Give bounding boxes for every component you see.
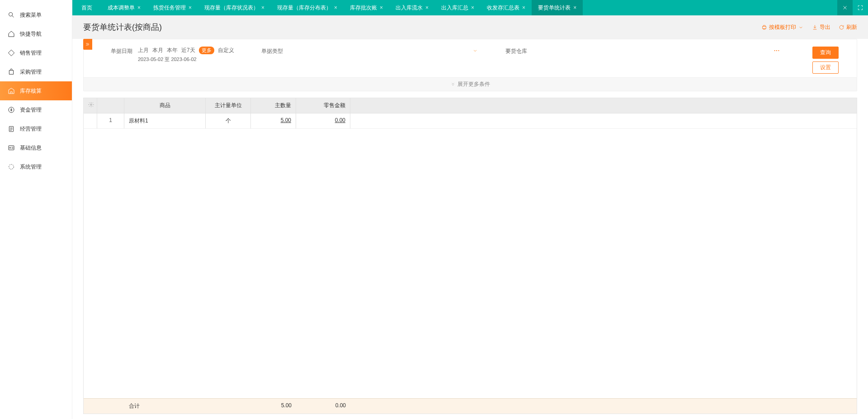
expand-filters-button[interactable]: 展开更多条件 bbox=[84, 77, 857, 91]
tab-label: 出入库流水 bbox=[396, 4, 423, 12]
sidebar-item-inventory[interactable]: 库存核算 bbox=[0, 81, 72, 100]
tab-label: 收发存汇总表 bbox=[487, 4, 519, 12]
tab-label: 出入库汇总 bbox=[441, 4, 468, 12]
cell-qty[interactable]: 5.00 bbox=[251, 113, 296, 128]
chevron-down-icon bbox=[798, 24, 804, 30]
page-header: 要货单统计表(按商品) 按模板打印 导出 刷新 bbox=[72, 15, 868, 39]
table-settings-icon[interactable] bbox=[88, 103, 94, 109]
card-icon bbox=[7, 144, 15, 152]
sidebar-item-label: 快捷导航 bbox=[20, 30, 42, 38]
tab-close-button[interactable] bbox=[837, 0, 853, 15]
sidebar-item-label: 销售管理 bbox=[20, 49, 42, 57]
th-amount[interactable]: 零售金额 bbox=[296, 98, 350, 113]
fullscreen-button[interactable] bbox=[853, 0, 868, 15]
table-row: 1 原材料1 个 5.00 0.00 bbox=[84, 113, 857, 129]
close-icon[interactable]: × bbox=[573, 5, 576, 11]
date-more-badge[interactable]: 更多 bbox=[199, 47, 214, 54]
tab-cost-adjust[interactable]: 成本调整单× bbox=[101, 0, 147, 15]
filter-date: 单据日期 上月 本月 本年 近7天 更多 自定义 2023-05-02 至 20… bbox=[111, 47, 234, 63]
cell-index: 1 bbox=[97, 113, 124, 128]
tab-label: 首页 bbox=[81, 4, 92, 12]
sidebar-item-sales[interactable]: 销售管理 bbox=[0, 43, 72, 62]
sidebar: 搜索菜单 快捷导航 销售管理 采购管理 库存核算 资金管理 经营管理 基础信息 bbox=[0, 0, 72, 419]
tab-stock-status[interactable]: 现存量（库存状况表）× bbox=[198, 0, 271, 15]
date-opt-custom[interactable]: 自定义 bbox=[218, 47, 234, 54]
close-icon[interactable]: × bbox=[137, 5, 141, 11]
tab-label: 现存量（库存状况表） bbox=[204, 4, 259, 12]
tab-home[interactable]: 首页 bbox=[72, 0, 101, 15]
close-icon[interactable]: × bbox=[261, 5, 264, 11]
close-icon[interactable]: × bbox=[425, 5, 429, 11]
th-product[interactable]: 商品 bbox=[124, 98, 206, 113]
tab-inout-flow[interactable]: 出入库流水× bbox=[389, 0, 435, 15]
sidebar-item-system[interactable]: 系统管理 bbox=[0, 157, 72, 176]
warehouse-icon bbox=[7, 87, 15, 95]
cell-product: 原材料1 bbox=[124, 113, 206, 128]
footer-label: 合计 bbox=[124, 399, 206, 414]
sidebar-item-purchase[interactable]: 采购管理 bbox=[0, 62, 72, 81]
close-icon[interactable]: × bbox=[189, 5, 192, 11]
svg-point-4 bbox=[9, 147, 11, 149]
more-filters-button[interactable]: ··· bbox=[774, 47, 780, 54]
sidebar-item-search[interactable]: 搜索菜单 bbox=[0, 5, 72, 24]
date-opt-thismonth[interactable]: 本月 bbox=[152, 47, 163, 54]
close-icon[interactable]: × bbox=[522, 5, 525, 11]
tab-label: 拣货任务管理 bbox=[153, 4, 186, 12]
home-icon bbox=[7, 30, 15, 38]
sidebar-item-label: 库存核算 bbox=[20, 87, 42, 95]
tab-rsd-sum[interactable]: 收发存汇总表× bbox=[481, 0, 532, 15]
filter-warehouse: 要货仓库 ··· bbox=[505, 47, 785, 55]
tabbar: 首页 成本调整单× 拣货任务管理× 现存量（库存状况表）× 现存量（库存分布表）… bbox=[72, 0, 868, 15]
tab-label: 库存批次账 bbox=[350, 4, 377, 12]
settings-button[interactable]: 设置 bbox=[812, 61, 839, 74]
sidebar-item-label: 采购管理 bbox=[20, 68, 42, 76]
sidebar-item-label: 资金管理 bbox=[20, 106, 42, 114]
coin-icon bbox=[7, 106, 15, 114]
refresh-button[interactable]: 刷新 bbox=[839, 24, 857, 31]
close-icon[interactable]: × bbox=[471, 5, 474, 11]
table-header: 商品 主计量单位 主数量 零售金额 bbox=[84, 98, 857, 113]
filter-type: 单据类型 bbox=[261, 47, 478, 55]
th-qty[interactable]: 主数量 bbox=[251, 98, 296, 113]
filter-label: 单据类型 bbox=[261, 47, 283, 55]
tab-label: 现存量（库存分布表） bbox=[277, 4, 331, 12]
print-button[interactable]: 按模板打印 bbox=[761, 24, 804, 31]
sidebar-item-label: 基础信息 bbox=[20, 144, 42, 152]
type-select[interactable] bbox=[288, 47, 478, 55]
date-opt-thisyear[interactable]: 本年 bbox=[167, 47, 178, 54]
tab-pick-task[interactable]: 拣货任务管理× bbox=[147, 0, 198, 15]
svg-point-5 bbox=[9, 165, 14, 169]
tab-demand-stat[interactable]: 要货单统计表× bbox=[532, 0, 583, 15]
collapse-filter-button[interactable] bbox=[83, 39, 92, 50]
date-range: 2023-05-02 至 2023-06-02 bbox=[138, 56, 234, 63]
tag-icon bbox=[7, 49, 15, 57]
cell-amount[interactable]: 0.00 bbox=[296, 113, 350, 128]
tab-inout-sum[interactable]: 出入库汇总× bbox=[435, 0, 481, 15]
gear-dash-icon bbox=[7, 163, 15, 171]
close-icon[interactable]: × bbox=[380, 5, 383, 11]
page-title: 要货单统计表(按商品) bbox=[83, 22, 162, 33]
th-unit[interactable]: 主计量单位 bbox=[206, 98, 251, 113]
svg-rect-6 bbox=[763, 26, 766, 28]
date-opt-7days[interactable]: 近7天 bbox=[181, 47, 195, 54]
sidebar-item-quicknav[interactable]: 快捷导航 bbox=[0, 24, 72, 43]
search-icon bbox=[7, 11, 15, 19]
page-actions: 按模板打印 导出 刷新 bbox=[761, 24, 857, 31]
sidebar-item-funds[interactable]: 资金管理 bbox=[0, 100, 72, 119]
sidebar-item-basic[interactable]: 基础信息 bbox=[0, 138, 72, 157]
sidebar-item-business[interactable]: 经营管理 bbox=[0, 119, 72, 138]
chevron-down-icon bbox=[472, 47, 478, 54]
date-opt-lastmonth[interactable]: 上月 bbox=[138, 47, 149, 54]
export-button[interactable]: 导出 bbox=[812, 24, 830, 31]
tab-batch[interactable]: 库存批次账× bbox=[344, 0, 389, 15]
clipboard-icon bbox=[7, 125, 15, 133]
double-chevron-down-icon bbox=[450, 81, 456, 87]
close-icon[interactable]: × bbox=[334, 5, 337, 11]
warehouse-select[interactable] bbox=[533, 47, 704, 49]
footer-qty: 5.00 bbox=[251, 399, 296, 414]
filter-label: 要货仓库 bbox=[505, 47, 527, 55]
cell-unit: 个 bbox=[206, 113, 251, 128]
tab-stock-dist[interactable]: 现存量（库存分布表）× bbox=[271, 0, 344, 15]
bag-icon bbox=[7, 68, 15, 76]
query-button[interactable]: 查询 bbox=[812, 47, 839, 59]
